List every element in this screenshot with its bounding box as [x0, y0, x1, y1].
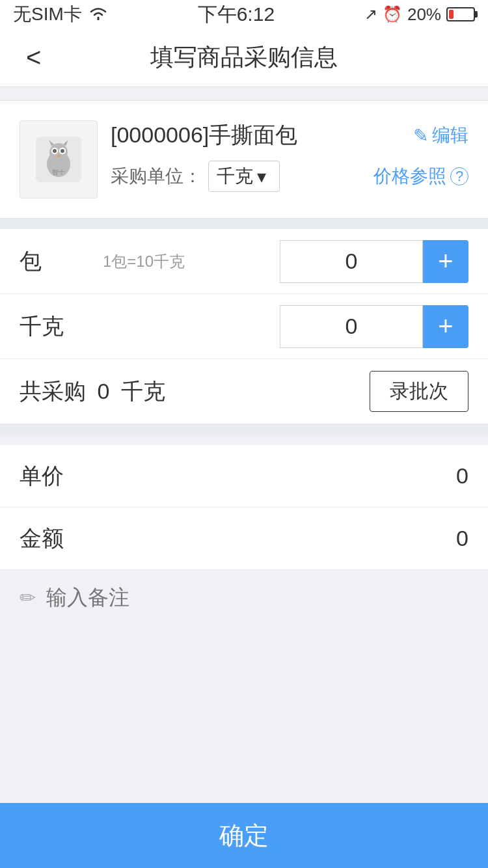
product-bottom-row: 采购单位： 千克 ▾ 价格参照 ? [111, 161, 468, 192]
kg-label: 千克 [20, 312, 98, 342]
product-card: 智十 [0000006]手撕面包 ✎ 编辑 采购单位： 千克 ▾ 价格参照 ? [0, 100, 488, 219]
status-left: 无SIM卡 [13, 2, 108, 27]
location-icon: ↗ [364, 5, 377, 23]
remark-input[interactable] [46, 586, 468, 610]
page-title: 填写商品采购信息 [150, 42, 338, 74]
section-divider-1 [0, 219, 488, 229]
product-logo: 智十 [33, 133, 85, 185]
product-info: [0000006]手撕面包 ✎ 编辑 采购单位： 千克 ▾ 价格参照 ? [111, 120, 468, 192]
back-button[interactable]: < [20, 36, 47, 79]
amount-label: 金额 [20, 524, 64, 554]
unit-price-label: 单价 [20, 461, 64, 491]
unit-label: 采购单位： [111, 164, 202, 189]
content-area [0, 625, 488, 821]
bao-input-row: 包 1包=10千克 + [0, 229, 488, 294]
price-ref-label: 价格参照 [373, 164, 446, 189]
price-section: 单价 0 金额 0 [0, 445, 488, 570]
product-image: 智十 [20, 120, 98, 198]
alarm-icon: ⏰ [383, 5, 402, 23]
svg-text:智十: 智十 [52, 169, 65, 176]
summary-text: 共采购 0 千克 [20, 377, 165, 407]
price-ref-help-icon: ? [450, 167, 468, 185]
status-bar: 无SIM卡 下午6:12 ↗ ⏰ 20% [0, 0, 488, 29]
bao-number-input[interactable] [280, 240, 423, 283]
bao-label: 包 [20, 247, 98, 277]
product-top-row: [0000006]手撕面包 ✎ 编辑 [111, 120, 468, 150]
unit-arrow: ▾ [257, 166, 266, 187]
kg-input-row: 千克 + [0, 294, 488, 359]
batch-button[interactable]: 录批次 [370, 371, 468, 412]
bao-plus-button[interactable]: + [423, 240, 468, 283]
summary-amount: 0 [97, 379, 109, 403]
remark-section: ✏ [0, 570, 488, 625]
bao-sub-label: 1包=10千克 [103, 251, 185, 272]
unit-select[interactable]: 千克 ▾ [208, 161, 280, 192]
amount-value: 0 [456, 526, 468, 551]
edit-button[interactable]: ✎ 编辑 [413, 123, 468, 148]
nav-bar: < 填写商品采购信息 [0, 29, 488, 87]
summary-row: 共采购 0 千克 录批次 [0, 359, 488, 424]
amount-row: 金额 0 [0, 508, 488, 570]
status-time: 下午6:12 [198, 1, 275, 28]
wifi-icon [88, 4, 108, 25]
input-section: 包 1包=10千克 + 千克 + [0, 229, 488, 359]
edit-icon: ✎ [413, 125, 428, 146]
unit-price-row: 单价 0 [0, 445, 488, 508]
section-divider-2 [0, 424, 488, 435]
summary-prefix: 共采购 [20, 379, 86, 403]
summary-unit: 千克 [121, 379, 165, 403]
battery-percent: 20% [407, 5, 441, 25]
price-ref-button[interactable]: 价格参照 ? [373, 164, 468, 189]
unit-row: 采购单位： 千克 ▾ [111, 161, 280, 192]
pencil-icon: ✏ [20, 586, 36, 609]
confirm-button[interactable]: 确定 [0, 803, 488, 868]
kg-input-control: + [280, 305, 468, 348]
kg-plus-button[interactable]: + [423, 305, 468, 348]
edit-label: 编辑 [432, 123, 468, 148]
status-right: ↗ ⏰ 20% [364, 5, 475, 25]
svg-point-8 [61, 149, 64, 153]
unit-price-value: 0 [456, 463, 468, 489]
kg-number-input[interactable] [280, 305, 423, 348]
product-name: [0000006]手撕面包 [111, 120, 297, 150]
unit-value: 千克 [217, 164, 253, 189]
carrier-text: 无SIM卡 [13, 2, 82, 27]
battery-indicator [446, 7, 475, 21]
svg-point-7 [53, 149, 57, 153]
bao-input-control: + [280, 240, 468, 283]
